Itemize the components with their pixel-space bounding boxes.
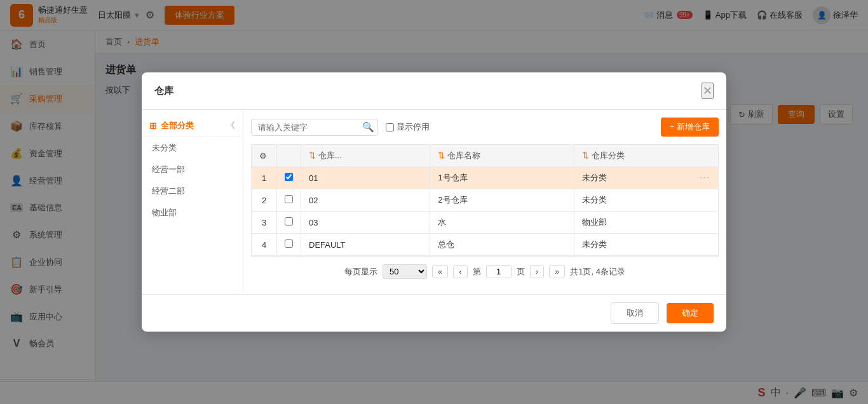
show-disabled-label[interactable]: 显示停用 — [386, 121, 430, 133]
th-gear: ⚙ — [252, 145, 277, 167]
category-item-property[interactable]: 物业部 — [142, 202, 243, 224]
table-row[interactable]: 2 02 2号仓库 未分类 — [252, 189, 719, 212]
first-page-button[interactable]: « — [432, 265, 448, 278]
category-item-business2[interactable]: 经营二部 — [142, 180, 243, 202]
prev-page-button[interactable]: ‹ — [453, 265, 467, 278]
th-name: ⇅仓库名称 — [430, 145, 574, 167]
last-page-button[interactable]: » — [549, 265, 565, 278]
modal-title: 仓库 — [154, 85, 173, 97]
row-index-cell: 2 — [252, 189, 277, 212]
total-label: 共1页, 4条记录 — [570, 266, 625, 278]
search-icon-button[interactable]: 🔍 — [362, 121, 374, 133]
row-name-cell: 水 — [430, 212, 574, 234]
row-checkbox-cell[interactable] — [277, 234, 301, 256]
row-name-cell: 总仓 — [430, 234, 574, 256]
add-warehouse-button[interactable]: + 新增仓库 — [661, 118, 719, 137]
table-scroll: ⚙ ⇅仓库... ⇅仓库名称 ⇅仓库分类 1 01 1号仓库 未分类··· 2 — [251, 144, 719, 256]
page-label: 第 — [473, 266, 481, 278]
row-category-cell: 物业部 — [574, 212, 719, 234]
category-tree: ⊞ 全部分类 《 未分类 经营一部 经营二部 物业部 — [142, 110, 243, 294]
row-index-cell: 4 — [252, 234, 277, 256]
row-category-cell: 未分类··· — [574, 167, 719, 189]
th-check — [277, 145, 301, 167]
modal-body: ⊞ 全部分类 《 未分类 经营一部 经营二部 物业部 🔍 — [142, 110, 726, 294]
row-code-cell: 01 — [301, 167, 430, 189]
search-wrap: 🔍 — [251, 119, 378, 136]
modal-footer: 取消 确定 — [142, 294, 726, 332]
row-checkbox-cell[interactable] — [277, 189, 301, 212]
row-category-cell: 未分类 — [574, 234, 719, 256]
category-item-business1[interactable]: 经营一部 — [142, 159, 243, 180]
row-index-cell: 3 — [252, 212, 277, 234]
table-row[interactable]: 3 03 水 物业部 — [252, 212, 719, 234]
row-code-cell: DEFAULT — [301, 234, 430, 256]
warehouse-modal: 仓库 ✕ ⊞ 全部分类 《 未分类 经营一部 经营二部 物业部 — [142, 72, 726, 332]
row-name-cell: 1号仓库 — [430, 167, 574, 189]
category-header: ⊞ 全部分类 《 — [142, 115, 243, 137]
th-code: ⇅仓库... — [301, 145, 430, 167]
row-name-cell: 2号仓库 — [430, 189, 574, 212]
cancel-button[interactable]: 取消 — [611, 302, 659, 324]
modal-close-button[interactable]: ✕ — [702, 83, 714, 99]
per-page-label: 每页显示 — [344, 266, 377, 278]
page-input[interactable] — [486, 265, 512, 278]
page-suffix: 页 — [517, 266, 525, 278]
modal-header: 仓库 ✕ — [142, 72, 726, 110]
category-header-label: 全部分类 — [161, 120, 194, 131]
per-page-select[interactable]: 50 100 — [383, 264, 427, 279]
row-category-cell: 未分类 — [574, 189, 719, 212]
table-toolbar: 🔍 显示停用 + 新增仓库 — [251, 118, 719, 137]
category-collapse-button[interactable]: 《 — [226, 120, 235, 131]
show-disabled-checkbox[interactable] — [386, 123, 394, 131]
table-area: 🔍 显示停用 + 新增仓库 ⚙ — [243, 110, 726, 294]
modal-overlay: 仓库 ✕ ⊞ 全部分类 《 未分类 经营一部 经营二部 物业部 — [0, 0, 868, 404]
row-code-cell: 03 — [301, 212, 430, 234]
row-checkbox-cell[interactable] — [277, 212, 301, 234]
search-input[interactable] — [251, 119, 378, 136]
grid-icon: ⊞ — [149, 121, 157, 131]
th-category: ⇅仓库分类 — [574, 145, 719, 167]
pagination: 每页显示 50 100 « ‹ 第 页 › » 共1页, 4条记录 — [251, 256, 719, 286]
row-checkbox-cell[interactable] — [277, 167, 301, 189]
table-row[interactable]: 1 01 1号仓库 未分类··· — [252, 167, 719, 189]
category-item-unclassified[interactable]: 未分类 — [142, 137, 243, 159]
row-code-cell: 02 — [301, 189, 430, 212]
row-index-cell: 1 — [252, 167, 277, 189]
warehouse-table: ⚙ ⇅仓库... ⇅仓库名称 ⇅仓库分类 1 01 1号仓库 未分类··· 2 — [251, 144, 719, 256]
table-row[interactable]: 4 DEFAULT 总仓 未分类 — [252, 234, 719, 256]
next-page-button[interactable]: › — [530, 265, 544, 278]
confirm-button[interactable]: 确定 — [667, 303, 714, 323]
